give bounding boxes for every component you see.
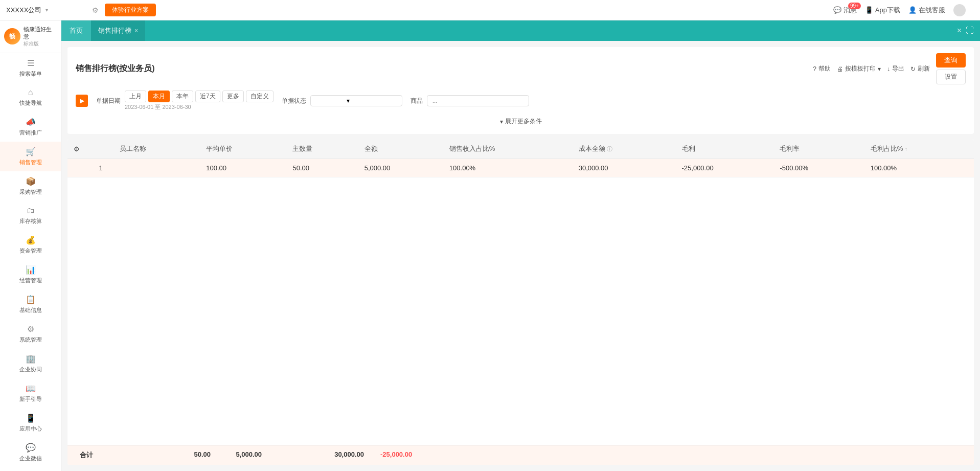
sidebar-item-guide[interactable]: 📖 新手引导 <box>0 378 61 408</box>
wechat-icon: 💬 <box>26 443 36 453</box>
tab-home[interactable]: 首页 <box>61 20 91 41</box>
date-btn-this-year[interactable]: 本年 <box>172 91 193 102</box>
footer-gross-profit: -25,000.00 <box>370 451 421 460</box>
sidebar-item-vip[interactable]: V 畅会员 <box>0 467 61 471</box>
sales-icon: 🛒 <box>26 147 36 156</box>
td-amount: 5,000.00 <box>358 159 443 177</box>
guide-icon: 📖 <box>26 384 36 393</box>
logo-area: 畅 畅康通好生意 标准版 <box>0 20 61 53</box>
sidebar-item-sales[interactable]: 🛒 销售管理 <box>0 142 61 171</box>
cost-amount-info-icon[interactable]: ⓘ <box>607 146 612 152</box>
footer-spacer1 <box>268 451 319 460</box>
date-filter-group: 单据日期 上月 本月 本年 近7天 更多 自定义 2023-06-01 至 20… <box>96 91 274 111</box>
more-conditions-btn[interactable]: ▾ 展开更多条件 <box>76 115 966 128</box>
export-btn[interactable]: ↓ 导出 <box>887 64 904 73</box>
sidebar-item-search-orders[interactable]: ☰ 搜索菜单 <box>0 53 61 83</box>
filter-toggle-btn[interactable]: ▶ <box>76 95 88 107</box>
table-card: ⚙ 员工名称 平均单价 主数量 全额 销售收入占比% 成本全额 ⓘ <box>67 139 974 465</box>
footer-cost-amount: 30,000.00 <box>319 451 370 460</box>
logo-line1: 畅康通好生意 <box>24 26 57 40</box>
sidebar-label-basic: 基础信息 <box>19 306 42 314</box>
sidebar-item-wechat[interactable]: 💬 企业微信 <box>0 438 61 467</box>
sidebar-item-quick-nav[interactable]: ⌂ 快捷导航 <box>0 83 61 112</box>
tab-active-label: 销售排行榜 <box>98 26 131 35</box>
date-btn-last-month[interactable]: 上月 <box>125 91 146 102</box>
gross-pct-info-icon[interactable]: ↑ <box>905 146 907 152</box>
sidebar-label-system: 系统管理 <box>19 336 42 344</box>
company-settings-icon[interactable]: ⚙ <box>92 6 99 14</box>
td-rank: 1 <box>88 159 113 177</box>
date-btn-custom[interactable]: 自定义 <box>246 91 274 102</box>
td-row-settings <box>67 159 88 177</box>
settings-col-icon[interactable]: ⚙ <box>74 145 80 153</box>
online-service-label: 在线客服 <box>919 6 945 15</box>
table-row: 1 100.00 50.00 5,000.00 100.00% 30,000.0… <box>67 159 974 177</box>
sidebar-item-purchase[interactable]: 📦 采购管理 <box>0 171 61 201</box>
td-avg-price: 100.00 <box>200 159 286 177</box>
page-content: 销售排行榜(按业务员) ? 帮助 🖨 按模板打印 ▾ ↓ <box>61 41 980 471</box>
sidebar-item-enterprise[interactable]: 🏢 企业协同 <box>0 349 61 378</box>
footer-qty: 50.00 <box>176 451 217 460</box>
purchase-icon: 📦 <box>26 176 36 186</box>
date-btn-this-month[interactable]: 本月 <box>148 91 170 102</box>
table-header-row: ⚙ 员工名称 平均单价 主数量 全额 销售收入占比% 成本全额 ⓘ <box>67 139 974 159</box>
tab-home-label: 首页 <box>70 26 83 35</box>
help-icon: ? <box>813 65 816 73</box>
th-amount: 全额 <box>358 139 443 159</box>
settings-btn[interactable]: 设置 <box>936 70 966 84</box>
th-settings: ⚙ <box>67 139 88 159</box>
td-qty: 50.00 <box>286 159 358 177</box>
sidebar-label-quick-nav: 快捷导航 <box>19 99 42 107</box>
company-selector[interactable]: XXXXX公司 ▾ <box>6 6 88 15</box>
sidebar-label-apps: 应用中心 <box>19 425 42 433</box>
app-download-btn[interactable]: 📱 App下载 <box>865 6 900 15</box>
td-sales-pct: 100.00% <box>443 159 573 177</box>
print-template-btn[interactable]: 🖨 按模板打印 ▾ <box>837 64 881 73</box>
th-gross-pct: 毛利占比% ↑ <box>864 139 974 159</box>
window-close-btn[interactable]: × <box>957 26 962 35</box>
sidebar-item-marketing[interactable]: 📣 营销推广 <box>0 112 61 142</box>
status-select[interactable]: ▾ <box>310 95 402 106</box>
inventory-icon: 🗂 <box>27 206 35 215</box>
footer-total-label: 合计 <box>74 451 176 460</box>
table-footer: 合计 50.00 5,000.00 30,000.00 -25,000.00 <box>67 445 974 465</box>
logo-line2: 标准版 <box>24 40 57 48</box>
avatar[interactable] <box>953 4 966 16</box>
sidebar-item-finance[interactable]: 💰 资金管理 <box>0 230 61 260</box>
sidebar-item-apps[interactable]: 📱 应用中心 <box>0 408 61 438</box>
sidebar-item-inventory[interactable]: 🗂 库存核算 <box>0 201 61 230</box>
table-scroll[interactable]: ⚙ 员工名称 平均单价 主数量 全额 销售收入占比% 成本全额 ⓘ <box>67 139 974 445</box>
app-icon: 📱 <box>865 6 873 14</box>
date-btn-more[interactable]: 更多 <box>222 91 244 102</box>
sidebar-label-enterprise: 企业协同 <box>19 366 42 373</box>
footer-amount: 5,000.00 <box>217 451 268 460</box>
message-icon: 💬 <box>833 6 841 14</box>
th-avg-price: 平均单价 <box>200 139 286 159</box>
online-service-btn[interactable]: 👤 在线客服 <box>908 6 945 15</box>
tab-close-btn[interactable]: × <box>134 27 138 34</box>
goods-input[interactable] <box>427 95 529 106</box>
sidebar-item-operations[interactable]: 📊 经营管理 <box>0 260 61 289</box>
date-btn-7days[interactable]: 近7天 <box>195 91 220 102</box>
print-icon: 🖨 <box>837 65 843 73</box>
th-name: 员工名称 <box>113 139 200 159</box>
print-arrow-icon: ▾ <box>878 65 881 73</box>
window-maximize-btn[interactable]: ⛶ <box>966 26 974 35</box>
page-title-row: 销售排行榜(按业务员) ? 帮助 🖨 按模板打印 ▾ ↓ <box>76 53 966 84</box>
refresh-icon: ↻ <box>910 65 916 73</box>
goods-filter-group: 商品 <box>411 95 529 106</box>
th-gross-margin: 毛利率 <box>773 139 864 159</box>
basic-icon: 📋 <box>26 295 36 304</box>
filter-card: 销售排行榜(按业务员) ? 帮助 🖨 按模板打印 ▾ ↓ <box>67 47 974 134</box>
operations-icon: 📊 <box>26 265 36 275</box>
notification-btn[interactable]: 💬 消息 99+ <box>833 6 857 15</box>
refresh-btn[interactable]: ↻ 刷新 <box>910 64 930 73</box>
sidebar-item-basic[interactable]: 📋 基础信息 <box>0 289 61 319</box>
content-area: 首页 销售排行榜 × × ⛶ 销售排行榜(按业务员) ? 帮助 <box>61 20 980 471</box>
trial-btn[interactable]: 体验行业方案 <box>105 4 156 16</box>
sidebar-item-system[interactable]: ⚙ 系统管理 <box>0 319 61 349</box>
company-name: XXXXX公司 <box>6 6 41 15</box>
query-btn[interactable]: 查询 <box>936 53 966 68</box>
tab-sales-ranking[interactable]: 销售排行榜 × <box>91 20 145 41</box>
help-btn[interactable]: ? 帮助 <box>813 64 831 73</box>
